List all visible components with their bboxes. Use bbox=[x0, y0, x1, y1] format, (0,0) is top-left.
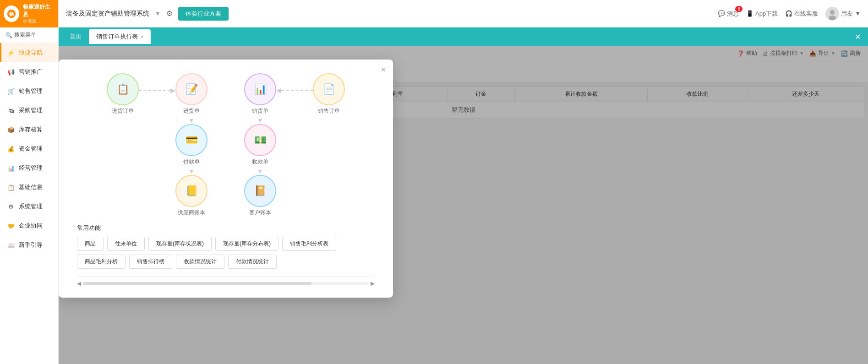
sidebar-item-enterprise[interactable]: 🤝 企业协同 bbox=[0, 216, 58, 235]
func-btn-counterparty[interactable]: 往来单位 bbox=[107, 237, 145, 251]
func-btn-sales-rank[interactable]: 销售排行榜 bbox=[129, 255, 172, 269]
service-label: 在线客服 bbox=[794, 10, 818, 18]
sidebar-item-guide[interactable]: 📖 新手引导 bbox=[0, 235, 58, 255]
sidebar-item-label: 库存核算 bbox=[19, 125, 43, 134]
purchase-bill-icon: 📝 bbox=[175, 73, 207, 105]
sidebar-search[interactable]: 🔍 搜索菜单 bbox=[0, 27, 58, 43]
sidebar-item-sales[interactable]: 🛒 销售管理 bbox=[0, 81, 58, 101]
customer-ledger-label: 客户账本 bbox=[249, 209, 271, 217]
app-icon: 📱 bbox=[746, 10, 753, 17]
header-actions: 💬 消息 6 📱 App下载 🎧 在线客服 用友 ▼ bbox=[718, 7, 861, 21]
payment-label: 付款单 bbox=[183, 158, 200, 166]
tab-bar: 首页 销售订单执行表 × ✕ bbox=[59, 27, 868, 46]
supplier-ledger-label: 供应商账本 bbox=[178, 209, 205, 217]
modal-scrollbar: ◀ ▶ bbox=[77, 276, 375, 287]
modal-close-button[interactable]: × bbox=[381, 65, 386, 75]
tab-close-icon[interactable]: × bbox=[141, 34, 143, 39]
scrollbar-track[interactable] bbox=[83, 282, 369, 285]
payment-node: 💳 付款单 bbox=[175, 124, 207, 166]
tab-home[interactable]: 首页 bbox=[62, 29, 89, 44]
scroll-right[interactable]: ▶ bbox=[371, 280, 375, 287]
sales-order-node: 📄 销售订单 bbox=[313, 73, 345, 115]
spacer-l bbox=[139, 168, 175, 175]
purchase-order-icon: 📋 bbox=[107, 73, 139, 105]
sidebar-item-finance[interactable]: 💰 资金管理 bbox=[0, 139, 58, 158]
supplier-ledger-node: 📒 供应商账本 bbox=[175, 175, 207, 217]
spacer-d bbox=[276, 117, 313, 124]
guide-icon: 📖 bbox=[7, 241, 15, 249]
gear-settings[interactable]: ⚙ bbox=[166, 9, 173, 18]
search-icon: 🔍 bbox=[5, 32, 12, 38]
online-service-button[interactable]: 🎧 在线客服 bbox=[785, 10, 818, 18]
sidebar-item-label: 经营管理 bbox=[19, 164, 43, 172]
try-button[interactable]: 体验行业方案 bbox=[178, 7, 229, 21]
tab-bar-close[interactable]: ✕ bbox=[851, 33, 864, 41]
func-btn-receipt-stats[interactable]: 收款情况统计 bbox=[176, 255, 224, 269]
scrollbar-thumb[interactable] bbox=[83, 282, 311, 285]
app-download-button[interactable]: 📱 App下载 bbox=[746, 10, 778, 18]
func-btn-stock-status[interactable]: 现存量(库存状况表) bbox=[148, 237, 212, 251]
search-label: 搜索菜单 bbox=[14, 31, 36, 39]
sales-bill-icon: 📊 bbox=[244, 73, 276, 105]
spacer-e bbox=[313, 117, 345, 124]
sidebar-item-marketing[interactable]: 📢 营销推广 bbox=[0, 62, 58, 81]
arrow-po-pb: ▶ bbox=[139, 87, 175, 94]
common-funcs-title: 常用功能 bbox=[77, 224, 375, 232]
message-button[interactable]: 💬 消息 6 bbox=[718, 10, 739, 18]
user-avatar bbox=[825, 7, 839, 21]
common-funcs-buttons: 商品 往来单位 现存量(库存状况表) 现存量(库存分布表) 销售毛利分析表 商品… bbox=[77, 237, 375, 269]
modal-overlay[interactable]: × 📋 进货订单 ▶ bbox=[59, 46, 868, 364]
spacer-n bbox=[276, 168, 313, 175]
tab-home-label: 首页 bbox=[70, 33, 82, 41]
rec-down-arrow: ▼ bbox=[244, 168, 276, 175]
purchase-order-label: 进货订单 bbox=[112, 107, 134, 115]
sales-order-icon: 📄 bbox=[313, 73, 345, 105]
spacer-a bbox=[107, 117, 139, 124]
logo-text: 畅康通好生意 标准版 bbox=[23, 4, 55, 24]
flow-diagram: 📋 进货订单 ▶ 📝 进货单 bbox=[77, 73, 375, 217]
tab-sales-order[interactable]: 销售订单执行表 × bbox=[89, 29, 151, 44]
sidebar-item-label: 采购管理 bbox=[19, 106, 43, 114]
sb-down-arrow: ▼ bbox=[244, 117, 276, 124]
customer-ledger-icon: 📔 bbox=[244, 175, 276, 207]
purchase-order-node: 📋 进货订单 bbox=[107, 73, 139, 115]
svg-text:畅: 畅 bbox=[9, 11, 14, 16]
system-icon: ⚙ bbox=[7, 202, 15, 211]
sidebar-item-operations[interactable]: 📊 经营管理 bbox=[0, 158, 58, 178]
finance-icon: 💰 bbox=[7, 145, 15, 153]
tab-sales-order-label: 销售订单执行表 bbox=[96, 33, 138, 41]
sales-bill-label: 销货单 bbox=[252, 107, 268, 115]
func-btn-goods-margin[interactable]: 商品毛利分析 bbox=[77, 255, 126, 269]
receipt-node: 💵 收款单 bbox=[244, 124, 276, 166]
sidebar-item-basic-info[interactable]: 📋 基础信息 bbox=[0, 178, 58, 197]
message-icon: 💬 bbox=[718, 10, 725, 17]
sidebar-item-label: 基础信息 bbox=[19, 183, 43, 191]
sidebar-item-label: 营销推广 bbox=[19, 68, 43, 76]
sidebar-item-system[interactable]: ⚙ 系统管理 bbox=[0, 197, 58, 216]
spacer-k bbox=[107, 168, 139, 175]
func-btn-stock-dist[interactable]: 现存量(库存分布表) bbox=[215, 237, 278, 251]
system-title: 装备及固定资产辅助管理系统 bbox=[66, 10, 149, 18]
top-header: 装备及固定资产辅助管理系统 ▼ ⚙ 体验行业方案 💬 消息 6 📱 App下载 … bbox=[59, 0, 868, 27]
sidebar-item-quick-nav[interactable]: ⚡ 快捷导航 bbox=[0, 43, 58, 62]
sidebar-item-label: 销售管理 bbox=[19, 87, 43, 95]
flow-arrow-row2: ▼ ▼ bbox=[77, 168, 375, 175]
customer-ledger-node: 📔 客户账本 bbox=[244, 175, 276, 217]
dropdown-arrow[interactable]: ▼ bbox=[155, 10, 161, 17]
func-btn-payment-stats[interactable]: 付款情况统计 bbox=[228, 255, 277, 269]
spacer-o bbox=[313, 168, 345, 175]
sidebar-item-purchase[interactable]: 🛍 采购管理 bbox=[0, 101, 58, 120]
sidebar-item-label: 快捷导航 bbox=[19, 49, 43, 57]
scroll-left[interactable]: ◀ bbox=[77, 280, 81, 287]
sales-order-label: 销售订单 bbox=[318, 107, 340, 115]
marketing-icon: 📢 bbox=[7, 68, 15, 76]
spacer-c bbox=[207, 117, 244, 124]
svg-point-4 bbox=[829, 16, 836, 20]
func-btn-goods[interactable]: 商品 bbox=[77, 237, 104, 251]
sidebar-item-label: 新手引导 bbox=[19, 241, 43, 249]
user-menu[interactable]: 用友 ▼ bbox=[825, 7, 861, 21]
func-btn-sales-margin[interactable]: 销售毛利分析表 bbox=[282, 237, 336, 251]
flow-bot-row: 📒 供应商账本 📔 客户账本 bbox=[77, 175, 375, 217]
sidebar-item-inventory[interactable]: 📦 库存核算 bbox=[0, 120, 58, 139]
arrow-so-sb: ◀ bbox=[276, 87, 313, 94]
